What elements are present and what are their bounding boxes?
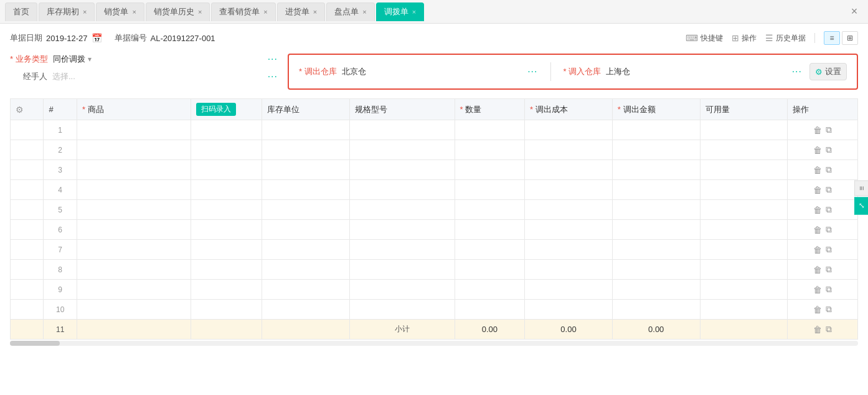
row-ops-cell: 🗑 ⧉ [788,300,858,320]
row-amount-cell[interactable] [612,220,700,240]
row-amount-cell[interactable] [612,140,700,160]
tab-home[interactable]: 首页 [5,2,37,21]
settings-button[interactable]: ⚙ 设置 [809,63,847,80]
row-delete-button[interactable]: 🗑 [813,305,822,315]
table-scrollbar[interactable] [10,341,858,346]
row-cost-cell[interactable] [525,300,613,320]
tab-close-transfer-order[interactable]: × [412,8,416,16]
row-amount-cell[interactable] [612,300,700,320]
row-product-cell[interactable] [77,240,191,260]
row-delete-button[interactable]: 🗑 [813,245,822,255]
row-product-cell[interactable] [77,300,191,320]
tab-close-inventory-check[interactable]: × [362,8,366,16]
row-amount-cell[interactable] [612,120,700,140]
row-amount-cell[interactable] [612,240,700,260]
tab-sales-history[interactable]: 销货单历史 × [146,2,210,21]
tab-transfer-order[interactable]: 调拨单 × [376,2,424,21]
row-qty-cell[interactable] [455,240,525,260]
handler-select[interactable]: 选择... [52,71,263,82]
row-delete-button[interactable]: 🗑 [813,325,822,335]
row-delete-button[interactable]: 🗑 [813,205,822,215]
row-cost-cell[interactable] [525,280,613,300]
row-cost-cell[interactable] [525,160,613,180]
tab-purchase-order[interactable]: 进货单 × [277,2,325,21]
row-cost-cell[interactable] [525,260,613,280]
row-amount-cell[interactable] [612,160,700,180]
tab-inventory-check[interactable]: 盘点单 × [326,2,374,21]
row-delete-button[interactable]: 🗑 [813,225,822,235]
row-cost-cell[interactable] [525,180,613,200]
row-product-cell[interactable] [77,200,191,220]
row-qty-cell[interactable] [455,120,525,140]
table-scrollbar-thumb[interactable] [10,341,60,346]
row-qty-cell[interactable] [455,280,525,300]
row-qty-cell[interactable] [455,200,525,220]
row-delete-button[interactable]: 🗑 [813,145,822,155]
row-product-cell[interactable] [77,140,191,160]
business-type-dropdown[interactable]: 同价调拨 ▾ [53,54,92,65]
row-amount-cell[interactable] [612,280,700,300]
business-type-more-button[interactable]: ··· [268,54,278,65]
float-expand-button[interactable]: ⤢ [854,198,868,215]
list-view-button[interactable]: ≡ [824,31,840,45]
row-copy-button[interactable]: ⧉ [826,145,832,155]
row-copy-button[interactable]: ⧉ [826,184,832,195]
tab-inventory-init[interactable]: 库存期初 × [39,2,95,21]
row-product-cell[interactable] [77,120,191,140]
row-delete-button[interactable]: 🗑 [813,165,822,175]
shortcuts-button[interactable]: ⌨ 快捷键 [686,33,723,44]
row-amount-cell[interactable] [612,260,700,280]
row-amount-cell[interactable] [612,200,700,220]
handler-more-button[interactable]: ··· [268,71,278,82]
row-amount-cell[interactable] [612,180,700,200]
tab-close-sales-history[interactable]: × [198,8,202,16]
row-qty-cell[interactable] [455,300,525,320]
row-qty-cell[interactable] [455,180,525,200]
scan-entry-button[interactable]: 扫码录入 [196,103,236,116]
grid-view-button[interactable]: ⊞ [842,31,858,45]
row-copy-button[interactable]: ⧉ [826,244,832,255]
operations-button[interactable]: ⊞ 操作 [732,33,757,44]
row-cost-cell[interactable] [525,220,613,240]
row-qty-cell[interactable] [455,140,525,160]
tab-close-inventory-init[interactable]: × [83,8,87,16]
tab-close-purchase-order[interactable]: × [313,8,317,16]
row-copy-button[interactable]: ⧉ [826,204,832,215]
row-cost-cell[interactable] [525,240,613,260]
row-qty-cell[interactable] [455,260,525,280]
row-product-cell[interactable] [77,260,191,280]
row-product-cell[interactable] [77,280,191,300]
row-qty-cell[interactable] [455,160,525,180]
row-product-cell[interactable] [77,180,191,200]
close-all-tabs-button[interactable]: × [846,3,863,21]
row-cost-cell[interactable] [525,200,613,220]
row-copy-button[interactable]: ⧉ [826,284,832,295]
warehouse-out-more-button[interactable]: ··· [527,66,537,77]
row-delete-button[interactable]: 🗑 [813,285,822,295]
row-copy-button[interactable]: ⧉ [826,164,832,175]
row-delete-button[interactable]: 🗑 [813,125,822,135]
column-settings-icon[interactable]: ⚙ [16,105,24,115]
row-copy-button[interactable]: ⧉ [826,125,832,135]
row-cost-cell[interactable] [525,120,613,140]
float-list-button[interactable]: ≡ [854,180,868,196]
row-copy-button[interactable]: ⧉ [826,324,832,335]
row-number-cell: 1 [44,120,77,140]
tab-view-sales[interactable]: 查看销货单 × [211,2,275,21]
tab-sales-order[interactable]: 销货单 × [96,2,144,21]
row-delete-button[interactable]: 🗑 [813,265,822,275]
row-copy-button[interactable]: ⧉ [826,304,832,315]
row-qty-cell[interactable] [455,220,525,240]
row-copy-button[interactable]: ⧉ [826,224,832,235]
row-delete-button[interactable]: 🗑 [813,185,822,195]
col-header-settings[interactable]: ⚙ [11,99,44,120]
row-cost-cell[interactable] [525,140,613,160]
calendar-icon[interactable]: 📅 [92,33,102,43]
tab-close-sales-order[interactable]: × [132,8,136,16]
tab-close-view-sales[interactable]: × [263,8,267,16]
warehouse-in-more-button[interactable]: ··· [792,66,802,77]
history-button[interactable]: ☰ 历史单据 [765,33,806,44]
row-product-cell[interactable] [77,220,191,240]
row-copy-button[interactable]: ⧉ [826,264,832,275]
row-product-cell[interactable] [77,160,191,180]
